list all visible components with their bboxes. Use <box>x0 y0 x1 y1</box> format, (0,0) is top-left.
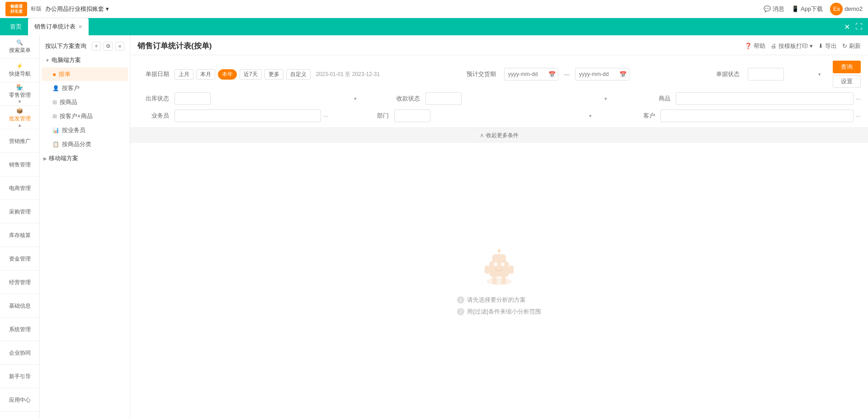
department-label: 部门 <box>357 112 389 120</box>
date-btn-custom[interactable]: 自定义 <box>286 69 311 80</box>
payment-select[interactable] <box>425 92 462 105</box>
sidebar-item-sales[interactable]: 销售管理 <box>0 153 39 176</box>
app-download-button[interactable]: 📱 App下载 <box>792 5 823 13</box>
mobile-section-toggle[interactable]: ▶ 移动端方案 <box>40 152 130 165</box>
expected-date-start-wrapper: 📅 <box>504 68 558 81</box>
status-select[interactable] <box>748 68 784 81</box>
add-scheme-button[interactable]: + <box>92 42 101 51</box>
page-header-actions: ❓ 帮助 🖨 按模板打印 ▾ ⬇ 导出 ↻ 刷新 <box>745 42 861 50</box>
collapse-panel-button[interactable]: « <box>115 42 124 51</box>
sidebar-item-quick-nav[interactable]: ⚡ 快捷导航 <box>0 59 39 82</box>
sidebar-item-enterprise[interactable]: 企业协同 <box>0 341 39 365</box>
sidebar-item-basic[interactable]: 基础信息 <box>0 294 39 318</box>
tabbar: 首页 销售订单统计表 ✕ ✕ ⛶ <box>0 18 868 35</box>
topbar-title: 标版 <box>31 5 42 13</box>
sidebar-item-finance[interactable]: 资金管理 <box>0 247 39 271</box>
print-chevron-icon: ▾ <box>810 43 813 49</box>
help-icon: ❓ <box>745 43 752 49</box>
print-icon: 🖨 <box>771 43 777 49</box>
by-category-icon: 📋 <box>52 141 59 147</box>
date-quick-buttons: 上月 本月 本年 近7天 更多 自定义 <box>175 69 311 80</box>
expand-icon[interactable]: ⛶ <box>855 23 863 31</box>
sidebar-item-retail[interactable]: 🏪 零售管理 ▼ <box>0 82 39 106</box>
sidebar-item-marketing[interactable]: 营销推广 <box>0 129 39 153</box>
search-icon: 🔍 <box>16 39 23 46</box>
svg-rect-1 <box>489 261 509 277</box>
by-order-icon: ● <box>52 71 56 78</box>
account-selector[interactable]: 办公用品行业模拟账套 ▾ <box>45 5 109 13</box>
sidebar-item-newbie[interactable]: 新手引导 <box>0 365 39 388</box>
sidebar-item-wholesale[interactable]: 📦 批发管理 ▲ <box>0 106 39 129</box>
by-customer-product-icon: ⊞ <box>52 113 57 119</box>
sidebar-item-ecommerce[interactable]: 电商管理 <box>0 176 39 200</box>
scheme-item-by-category[interactable]: 📋 按商品分类 <box>42 138 128 151</box>
refresh-button[interactable]: ↻ 刷新 <box>842 42 861 50</box>
scheme-item-by-customer-product[interactable]: ⊞ 按客户+商品 <box>42 109 128 123</box>
tab-home[interactable]: 首页 <box>4 18 28 35</box>
right-content: 销售订单统计表(按单) ❓ 帮助 🖨 按模板打印 ▾ ⬇ 导出 <box>130 35 868 418</box>
retail-arrow-icon: ▼ <box>18 99 22 104</box>
sidebar-item-purchase[interactable]: 采购管理 <box>0 200 39 223</box>
close-window-icon[interactable]: ✕ <box>844 23 850 31</box>
by-salesman-icon: 📊 <box>52 127 59 133</box>
svg-point-6 <box>498 249 500 252</box>
date-btn-last-month[interactable]: 上月 <box>175 69 193 80</box>
date-btn-7days[interactable]: 近7天 <box>240 69 262 80</box>
goods-more-icon[interactable]: ··· <box>855 95 861 102</box>
customer-more-icon[interactable]: ··· <box>855 112 861 119</box>
salesman-label: 业务员 <box>137 112 169 120</box>
scheme-item-by-product[interactable]: ⊞ 按商品 <box>42 95 128 109</box>
filter-row-3: 业务员 ··· 部门 ▾ 客户 <box>137 109 861 122</box>
salesman-input[interactable] <box>175 109 321 122</box>
message-icon: 💬 <box>764 5 771 12</box>
svg-rect-2 <box>492 254 506 263</box>
payment-select-wrapper: ▾ <box>425 92 610 105</box>
customer-input[interactable] <box>660 109 854 122</box>
wholesale-arrow-icon: ▲ <box>18 123 22 128</box>
svg-point-0 <box>486 278 512 285</box>
by-product-icon: ⊞ <box>52 99 57 105</box>
left-panel-header: 按以下方案查询 + ⚙ « <box>40 39 130 53</box>
query-action-buttons: 查询 设置 <box>829 61 861 88</box>
empty-hint-1: 1 请先选择要分析的方案 <box>457 296 541 304</box>
query-button[interactable]: 查询 <box>833 61 861 73</box>
scheme-item-by-customer[interactable]: 👤 按客户 <box>42 81 128 95</box>
gear-icon: ⚙ <box>106 43 111 49</box>
expected-date-start-input[interactable] <box>504 68 558 81</box>
sidebar-item-operations[interactable]: 经营管理 <box>0 271 39 294</box>
goods-input[interactable] <box>676 92 854 105</box>
sidebar-item-app-center[interactable]: 应用中心 <box>0 388 39 412</box>
tab-sales-stats[interactable]: 销售订单统计表 ✕ <box>28 18 89 35</box>
chevron-left-icon: « <box>118 43 122 49</box>
collapse-bar[interactable]: ∧ 收起更多条件 <box>130 128 868 143</box>
print-template-button[interactable]: 🖨 按模板打印 ▾ <box>771 42 813 50</box>
app-icon: 📱 <box>792 5 799 12</box>
svg-rect-10 <box>501 277 506 284</box>
scheme-item-by-salesman[interactable]: 📊 按业务员 <box>42 124 128 137</box>
sidebar-item-wechat[interactable]: 企业微信 <box>0 412 39 418</box>
department-select-wrapper: ▾ <box>394 109 594 122</box>
date-range-display: 2023-01-01 至 2023-12-31 <box>316 71 380 78</box>
shipment-select[interactable] <box>175 92 211 105</box>
empty-text: 1 请先选择要分析的方案 2 用[过滤]条件来缩小分析范围 <box>457 296 541 316</box>
desktop-section-toggle[interactable]: ▼ 电脑端方案 <box>42 53 128 67</box>
desktop-scheme-section: ▼ 电脑端方案 ● 按单 👤 按客户 ⊞ 按商品 ⊞ 按客户+商品 <box>40 53 130 151</box>
sidebar-item-inventory[interactable]: 库存核算 <box>0 223 39 247</box>
expected-date-end-input[interactable] <box>575 68 629 81</box>
close-tab-icon[interactable]: ✕ <box>78 24 82 30</box>
date-btn-this-year[interactable]: 本年 <box>218 69 237 80</box>
department-select[interactable] <box>394 109 430 122</box>
scheme-settings-button[interactable]: ⚙ <box>104 42 113 51</box>
sidebar-item-search[interactable]: 🔍 搜索菜单 <box>0 35 39 59</box>
scheme-item-by-order[interactable]: ● 按单 <box>42 67 128 81</box>
date-btn-this-month[interactable]: 本月 <box>196 69 215 80</box>
salesman-more-icon[interactable]: ··· <box>323 112 328 119</box>
date-btn-more[interactable]: 更多 <box>264 69 283 80</box>
user-menu[interactable]: Ea demo2 <box>830 3 863 15</box>
export-button[interactable]: ⬇ 导出 <box>818 42 837 50</box>
sidebar-item-system[interactable]: 系统管理 <box>0 318 39 341</box>
message-button[interactable]: 💬 消息 <box>764 5 784 13</box>
shipment-chevron-icon: ▾ <box>354 96 357 102</box>
help-button[interactable]: ❓ 帮助 <box>745 42 765 50</box>
settings-button[interactable]: 设置 <box>833 75 861 88</box>
